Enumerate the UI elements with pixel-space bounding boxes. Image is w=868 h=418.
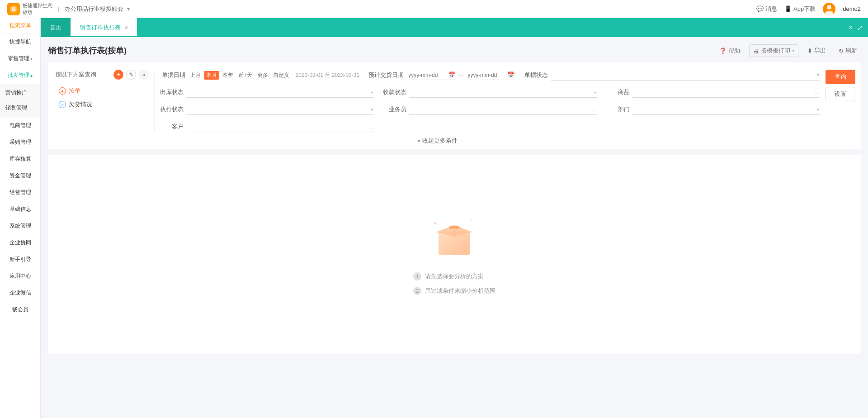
phone-icon: 📱 xyxy=(784,5,792,12)
add-plan-btn[interactable]: + xyxy=(113,70,123,80)
empty-tips: 1 请先选择要分析的方案 2 用过滤条件来缩小分析范围 xyxy=(413,271,495,297)
sidebar-sub-sales[interactable]: 销售管理 xyxy=(0,100,40,115)
edit-plan-btn[interactable]: ✎ xyxy=(126,70,136,80)
delivery-status-select[interactable] xyxy=(186,87,374,98)
salesperson-label: 业务员 xyxy=(383,105,406,114)
sidebar-item-operation[interactable]: 经营管理 xyxy=(0,184,40,201)
wholesale-arrow: ▴ xyxy=(30,73,33,78)
shortage-icon: ○ xyxy=(59,101,66,108)
svg-text:好: 好 xyxy=(11,7,16,12)
customer-more-icon[interactable]: ... xyxy=(368,124,373,130)
date-tab-thismonth[interactable]: 本月 xyxy=(204,71,219,80)
goods-label: 商品 xyxy=(606,88,630,96)
salesperson-input[interactable] xyxy=(409,104,597,115)
department-item: 部门 ▾ xyxy=(606,104,820,115)
collapse-icon: « xyxy=(418,138,421,144)
logo: 好 畅捷通好生意 标版 xyxy=(7,2,52,15)
sidebar-item-finance[interactable]: 资金管理 xyxy=(0,167,40,184)
sidebar-item-member[interactable]: 畅会员 xyxy=(0,301,40,318)
tab-sales-order[interactable]: 销售订单执行表 × xyxy=(71,18,137,37)
sidebar-item-inventory[interactable]: 库存核算 xyxy=(0,151,40,167)
message-btn[interactable]: 💬 消息 xyxy=(756,5,777,13)
exec-status-item: 执行状态 ▾ xyxy=(160,104,374,115)
sidebar-item-purchase[interactable]: 采购管理 xyxy=(0,134,40,151)
customer-label: 客户 xyxy=(160,123,184,131)
sidebar-sub-marketing[interactable]: 营销推广 xyxy=(0,86,40,100)
svg-text:⋆: ⋆ xyxy=(436,236,438,239)
goods-input[interactable] xyxy=(632,87,820,98)
sidebar-item-retail[interactable]: 零售管理 ▾ xyxy=(0,50,40,67)
date-separator-1: — xyxy=(458,72,464,79)
date-tab-lastmonth[interactable]: 上月 xyxy=(188,71,203,80)
svg-point-3 xyxy=(827,5,831,10)
tab-close-all-btn[interactable]: × xyxy=(848,23,853,33)
exec-status-label: 执行状态 xyxy=(160,105,184,114)
date-tab-custom[interactable]: 自定义 xyxy=(271,71,291,80)
app-download-btn[interactable]: 📱 App下载 xyxy=(784,5,816,13)
predict-to-cal-icon[interactable]: 📅 xyxy=(507,71,514,78)
payment-status-select[interactable] xyxy=(409,87,597,98)
date-tab-7days[interactable]: 近7天 xyxy=(236,71,254,80)
collapse-left-btn[interactable]: « xyxy=(139,70,149,80)
empty-state: ✦ ✦ ⋆ 1 请先选择要分析的方案 2 xyxy=(413,176,495,333)
goods-item: 商品 ... xyxy=(606,87,820,98)
predict-from-cal-icon[interactable]: 📅 xyxy=(448,71,455,78)
single-status-select[interactable] xyxy=(551,70,820,80)
sidebar-item-wechat[interactable]: 企业微信 xyxy=(0,285,40,301)
payment-status-label: 收款状态 xyxy=(383,88,406,96)
sidebar-item-ecommerce[interactable]: 电商管理 xyxy=(0,117,40,134)
nav-option-by-order[interactable]: ● 按单 xyxy=(55,84,149,98)
customer-input[interactable] xyxy=(186,121,374,132)
customer-item: 客户 ... xyxy=(160,121,374,132)
sidebar-item-appcenter[interactable]: 应用中心 xyxy=(0,268,40,285)
user-name[interactable]: demo2 xyxy=(843,5,861,12)
collapse-bar[interactable]: « 收起更多条件 xyxy=(55,132,820,149)
sidebar-item-newbie[interactable]: 新手引导 xyxy=(0,251,40,268)
date-tab-thisyear[interactable]: 本年 xyxy=(221,71,235,80)
sidebar-item-cooperation[interactable]: 企业协同 xyxy=(0,234,40,251)
tip-num-1: 1 xyxy=(413,272,421,280)
tab-home[interactable]: 首页 xyxy=(41,18,71,37)
quick-nav[interactable]: 快捷导航 xyxy=(0,33,40,50)
settings-btn[interactable]: 设置 xyxy=(826,87,855,101)
date-filter-label: 单据日期 xyxy=(160,71,185,79)
tab-expand-btn[interactable]: ⤢ xyxy=(857,24,863,32)
retail-arrow: ▾ xyxy=(30,56,33,61)
svg-text:✦: ✦ xyxy=(470,218,473,222)
sidebar-item-wholesale[interactable]: 批发管理 ▴ xyxy=(0,67,40,84)
order-icon: ● xyxy=(59,87,66,95)
tab-close-btn[interactable]: × xyxy=(124,24,128,31)
single-status-label: 单据状态 xyxy=(524,71,548,79)
print-dropdown-icon: ▾ xyxy=(792,48,794,53)
title-dropdown[interactable]: ▾ xyxy=(127,6,130,12)
query-btn[interactable]: 查询 xyxy=(826,70,855,84)
goods-more-icon[interactable]: ... xyxy=(815,89,819,95)
date-tab-more[interactable]: 更多 xyxy=(255,71,270,80)
page-actions: ❓ 帮助 🖨 按模板打印 ▾ ⬇ 导出 ↻ xyxy=(716,44,861,57)
app-title: 办公用品行业模拟账套 xyxy=(65,5,123,13)
exec-status-select[interactable] xyxy=(186,104,374,115)
search-menu[interactable]: 搜索菜单 xyxy=(0,18,40,33)
sidebar-item-system[interactable]: 系统管理 xyxy=(0,218,40,234)
refresh-btn[interactable]: ↻ 刷新 xyxy=(835,45,861,57)
delivery-status-item: 出库状态 ▾ xyxy=(160,87,374,98)
avatar[interactable] xyxy=(823,3,835,15)
wholesale-label: 批发管理 xyxy=(8,71,29,79)
retail-label: 零售管理 xyxy=(8,55,29,62)
sidebar-item-basic[interactable]: 基础信息 xyxy=(0,201,40,218)
help-icon: ❓ xyxy=(719,48,726,54)
department-select[interactable] xyxy=(632,104,820,115)
export-icon: ⬇ xyxy=(807,48,812,54)
department-label: 部门 xyxy=(606,105,630,114)
nav-option-shortage[interactable]: ○ 欠货情况 xyxy=(55,98,149,111)
svg-text:✦: ✦ xyxy=(433,220,438,227)
logo-icon: 好 xyxy=(7,3,20,15)
logo-text: 畅捷通好生意 标版 xyxy=(23,2,52,15)
export-btn[interactable]: ⬇ 导出 xyxy=(804,45,830,57)
salesperson-more-icon[interactable]: ... xyxy=(592,106,596,113)
refresh-icon: ↻ xyxy=(839,48,844,54)
help-btn[interactable]: ❓ 帮助 xyxy=(716,45,744,57)
message-icon: 💬 xyxy=(756,5,764,12)
print-btn[interactable]: 🖨 按模板打印 ▾ xyxy=(749,44,798,57)
print-icon: 🖨 xyxy=(753,48,759,54)
